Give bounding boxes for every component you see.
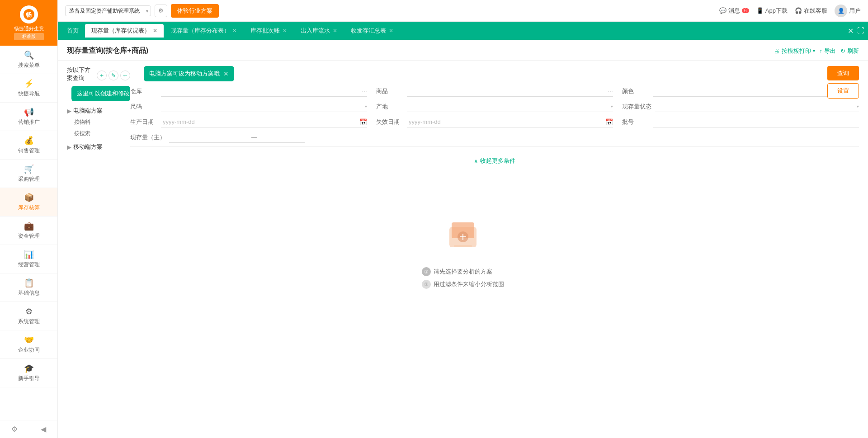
sidebar-item-inventory[interactable]: 📦 库存核算 (0, 188, 57, 217)
sidebar-collapse-btn[interactable]: ◀ (41, 425, 46, 433)
tab-fullscreen-btn[interactable]: ⛶ (857, 27, 864, 35)
filter-area: 按以下方案查询 + ✎ ← 这里可以创建和修改方案哦 ✕ (58, 61, 868, 177)
stock-status-label: 现存量状态 (622, 103, 651, 111)
warehouse-input[interactable] (161, 86, 362, 96)
prod-date-calendar-icon[interactable]: 📅 (359, 118, 367, 126)
step1-text: 请先选择要分析的方案 (434, 268, 492, 276)
expire-date-calendar-icon[interactable]: 📅 (605, 118, 613, 126)
size-dropdown-icon[interactable]: ▾ (365, 104, 367, 109)
sidebar-item-guide[interactable]: 🎓 新手引导 (0, 359, 57, 387)
tab-in-out-flow[interactable]: 出入库流水 ✕ (294, 24, 344, 38)
expire-date-label: 失效日期 (376, 118, 403, 126)
print-btn[interactable]: 🖨 按模板打印 ▾ (774, 47, 815, 55)
stock-qty-to-input[interactable] (260, 132, 340, 142)
sidebar-item-purchase[interactable]: 🛒 采购管理 (0, 160, 57, 188)
stock-qty-range-dash: — (251, 134, 257, 141)
stock-qty-input-wrap[interactable]: — (169, 132, 305, 143)
scheme-item-mobile[interactable]: ▶ 移动端方案 (67, 142, 130, 152)
scheme-create-tooltip: 这里可以创建和修改方案哦 ✕ (71, 86, 130, 101)
edit-scheme-btn[interactable]: ✎ (108, 71, 118, 80)
sidebar-item-system[interactable]: ⚙ 系统管理 (0, 302, 57, 330)
batch-no-input-wrap[interactable] (653, 117, 859, 127)
sidebar-item-base[interactable]: 📋 基础信息 (0, 273, 57, 302)
goods-dots-icon[interactable]: ··· (608, 88, 613, 95)
sidebar-item-sales[interactable]: 💰 销售管理 (0, 131, 57, 160)
sidebar-settings-btn[interactable]: ⚙ (11, 425, 18, 433)
origin-dropdown-icon[interactable]: ▾ (611, 104, 613, 109)
filter-row-4: 现存量（主） — (130, 132, 859, 143)
tab-close-inventory-status[interactable]: ✕ (153, 28, 157, 34)
expire-date-input-wrap[interactable]: 📅 (407, 117, 613, 127)
stock-status-input[interactable] (655, 101, 857, 112)
sidebar-item-operation[interactable]: 📊 经营管理 (0, 245, 57, 273)
refresh-btn[interactable]: ↻ 刷新 (840, 47, 859, 55)
empty-step-1: ① 请先选择要分析的方案 (422, 267, 504, 276)
print-dropdown-icon: ▾ (813, 48, 815, 53)
goods-input[interactable] (407, 86, 608, 96)
add-scheme-btn[interactable]: + (97, 71, 107, 80)
scheme-sub-item[interactable]: 按物料 (74, 118, 130, 127)
search-btn[interactable]: 查询 (827, 66, 859, 80)
sales-icon: 💰 (24, 136, 34, 146)
scheme-sub-item2[interactable]: 按搜索 (74, 129, 130, 138)
tab-batch-account[interactable]: 库存批次账 ✕ (244, 24, 293, 38)
scheme-item-desktop[interactable]: ▶ 电脑端方案 (67, 106, 130, 116)
purchase-icon: 🛒 (24, 164, 34, 174)
origin-input-wrap[interactable]: ▾ (407, 101, 613, 112)
stock-qty-from-input[interactable] (169, 132, 249, 142)
tab-close-in-out[interactable]: ✕ (333, 28, 337, 34)
sidebar-label-finance: 资金管理 (18, 232, 40, 240)
tab-close-batch[interactable]: ✕ (283, 28, 287, 34)
logo-tag: 标准版 (14, 33, 44, 40)
step2-text: 用过滤条件来缩小分析范围 (434, 280, 504, 288)
prod-date-input[interactable] (161, 117, 359, 127)
stock-status-dropdown-icon[interactable]: ▾ (857, 104, 859, 109)
warehouse-input-wrap[interactable]: ··· (161, 86, 367, 97)
size-input[interactable] (161, 101, 365, 112)
color-input[interactable] (653, 86, 857, 96)
export-btn[interactable]: ↑ 导出 (820, 47, 836, 55)
print-icon: 🖨 (774, 47, 780, 54)
prod-date-input-wrap[interactable]: 📅 (161, 117, 367, 127)
filter-row-3: 生产日期 📅 失效日期 📅 (130, 117, 859, 127)
expire-date-input[interactable] (407, 117, 605, 127)
sidebar-item-finance[interactable]: 💼 资金管理 (0, 217, 57, 245)
message-btn[interactable]: 💬 消息 6 (719, 7, 749, 15)
sidebar-item-quick-nav[interactable]: ⚡ 快捷导航 (0, 74, 57, 103)
tab-inventory-status[interactable]: 现存量（库存状况表） ✕ (85, 24, 164, 38)
operation-icon: 📊 (24, 250, 34, 259)
stock-status-input-wrap[interactable]: ▾ (655, 101, 859, 112)
reset-btn[interactable]: 设置 (827, 83, 859, 99)
warehouse-dots-icon[interactable]: ··· (362, 88, 367, 95)
home-tab-label: 首页 (67, 27, 79, 35)
scheme-mobile-tooltip-text: 电脑方案可设为移动方案哦 (149, 70, 220, 78)
tab-collect-summary[interactable]: 收发存汇总表 ✕ (344, 24, 400, 38)
origin-input[interactable] (407, 101, 611, 112)
batch-no-input[interactable] (653, 117, 859, 127)
message-icon: 💬 (719, 7, 726, 14)
user-menu[interactable]: 👤 用户 (835, 5, 861, 17)
size-input-wrap[interactable]: ▾ (161, 101, 367, 112)
scheme-list: ▶ 电脑端方案 按物料 按搜索 ▶ 移动端方案 (67, 106, 130, 152)
tab-home[interactable]: 首页 (61, 24, 84, 38)
topbar-gear-btn[interactable]: ⚙ (155, 5, 167, 17)
system-select[interactable]: 装备及固定资产辅助管理系统 (65, 5, 151, 16)
tab-close-inventory-dist[interactable]: ✕ (232, 28, 237, 34)
print-label: 按模板打印 (782, 47, 811, 55)
sidebar-item-search-menu[interactable]: 🔍 搜索菜单 (0, 46, 57, 74)
tab-inventory-dist[interactable]: 现存量（库存分布表） ✕ (165, 24, 243, 38)
topbar-left: 装备及固定资产辅助管理系统 ⚙ 体验行业方案 (65, 4, 219, 18)
sidebar-item-marketing[interactable]: 📢 营销推广 (0, 103, 57, 131)
goods-input-wrap[interactable]: ··· (407, 86, 613, 97)
app-download-btn[interactable]: 📱 App下载 (756, 7, 788, 15)
industry-btn[interactable]: 体验行业方案 (171, 4, 219, 18)
tab-close-all-btn[interactable]: ✕ (848, 27, 854, 35)
logo-text: 畅捷通好生意 标准版 (14, 25, 44, 40)
size-label: 尺码 (130, 103, 157, 111)
scheme-mobile-tooltip-close[interactable]: ✕ (223, 70, 229, 77)
back-scheme-btn[interactable]: ← (120, 71, 130, 80)
collapse-btn[interactable]: ∧ 收起更多条件 (130, 154, 859, 168)
sidebar-item-enterprise[interactable]: 🤝 企业协同 (0, 330, 57, 359)
online-support-btn[interactable]: 🎧 在线客服 (795, 7, 827, 15)
tab-close-collect[interactable]: ✕ (389, 28, 393, 34)
